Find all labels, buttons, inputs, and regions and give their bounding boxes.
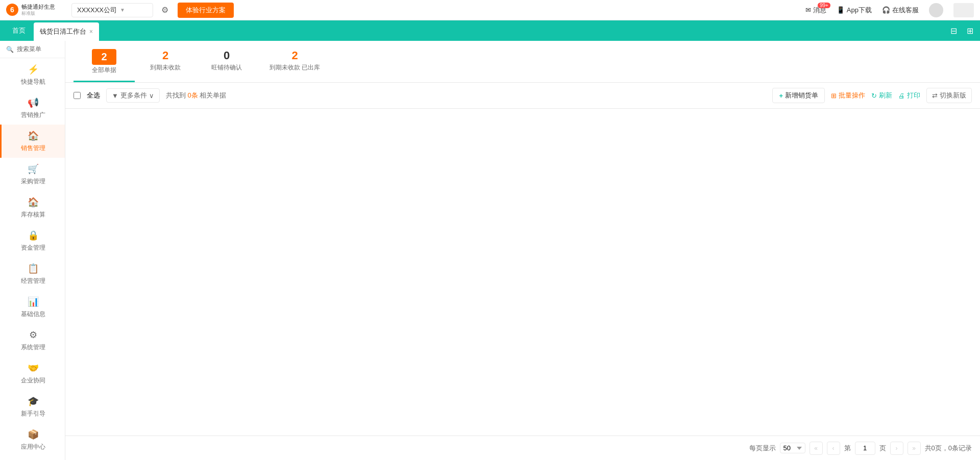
sidebar-label-finance: 资金管理: [21, 244, 45, 252]
sidebar-item-finance[interactable]: 🔒资金管理: [0, 224, 65, 257]
summary-tab-pending[interactable]: 0旺铺待确认: [196, 45, 257, 82]
pagination: 每页显示 50 10 20 100 « ‹ 第 页 › » 共0页，0条记录: [65, 435, 980, 460]
switch-icon: ⇄: [932, 92, 938, 100]
company-selector[interactable]: XXXXXX公司 ▼: [71, 3, 153, 17]
page-prefix: 第: [844, 444, 851, 453]
select-all-checkbox[interactable]: [74, 92, 81, 99]
refresh-icon: ↻: [871, 92, 877, 100]
sidebar-item-inventory[interactable]: 🏠库存核算: [0, 191, 65, 224]
filter-button[interactable]: ▼ 更多条件 ∨: [106, 88, 160, 103]
dropdown-arrow-icon: ▼: [120, 7, 125, 13]
toolbar: 全选 ▼ 更多条件 ∨ 共找到 0条 相关单据 + 新增销货单 ⊞: [65, 83, 980, 109]
sidebar-item-quick-nav[interactable]: ⚡快捷导航: [0, 58, 65, 91]
messages-button[interactable]: ✉ 消息 99+: [805, 6, 826, 15]
sidebar-item-system[interactable]: ⚙系统管理: [0, 324, 65, 357]
sidebar-label-quick-nav: 快捷导航: [21, 78, 45, 86]
sidebar-icon-purchase: 🛒: [27, 163, 39, 175]
batch-operation-button[interactable]: ⊞ 批量操作: [831, 91, 865, 100]
tab-work-bench[interactable]: 钱货日清工作台 ×: [34, 22, 99, 41]
main-layout: 🔍 搜索菜单 ⚡快捷导航📢营销推广🏠销售管理🛒采购管理🏠库存核算🔒资金管理📋经营…: [0, 41, 980, 460]
sidebar-icon-basic-info: 📊: [27, 296, 39, 308]
summary-tab-all[interactable]: 2全部单据: [74, 45, 135, 82]
sidebar-icon-inventory: 🏠: [27, 196, 39, 208]
sidebar: 🔍 搜索菜单 ⚡快捷导航📢营销推广🏠销售管理🛒采购管理🏠库存核算🔒资金管理📋经营…: [0, 41, 65, 460]
total-records: 共0页，0条记录: [925, 444, 972, 453]
summary-tab-overdue-shipped[interactable]: 2到期未收款 已出库: [257, 45, 332, 82]
filter-chevron-icon: ∨: [149, 92, 154, 100]
phone-icon: 📱: [837, 6, 845, 14]
tab-minimize-icon[interactable]: ⊟: [947, 25, 960, 37]
table-area: [65, 109, 980, 435]
page-suffix: 页: [879, 444, 886, 453]
app-download-button[interactable]: 📱 App下载: [837, 6, 872, 15]
sidebar-icon-system: ⚙: [27, 329, 39, 341]
user-name-area[interactable]: [953, 3, 974, 17]
print-icon: 🖨: [898, 92, 905, 100]
industry-button[interactable]: 体验行业方案: [178, 3, 234, 18]
tab-close-icon[interactable]: ×: [89, 28, 93, 35]
tab-bar-right: ⊟ ⊞: [947, 25, 976, 37]
sidebar-item-sales[interactable]: 🏠销售管理: [0, 125, 65, 158]
sidebar-label-guide: 新手引导: [21, 409, 45, 418]
sidebar-icon-finance: 🔒: [27, 229, 39, 241]
sidebar-item-basic-info[interactable]: 📊基础信息: [0, 290, 65, 324]
sidebar-icon-marketing: 📢: [27, 96, 39, 109]
sidebar-icon-operations: 📋: [27, 262, 39, 275]
summary-tabs: 2全部单据2到期未收款0旺铺待确认2到期未收款 已出库: [65, 41, 980, 83]
print-button[interactable]: 🖨 打印: [898, 91, 920, 100]
top-bar: 6 畅捷通好生意 标准版 XXXXXX公司 ▼ ⚙ 体验行业方案 ✉ 消息 99…: [0, 0, 980, 20]
sidebar-item-wechat[interactable]: 💬企业微信: [0, 456, 65, 460]
add-sale-order-button[interactable]: + 新增销货单: [772, 88, 825, 103]
plus-icon: +: [779, 92, 783, 100]
refresh-button[interactable]: ↻ 刷新: [871, 91, 892, 100]
sidebar-item-cooperation[interactable]: 🤝企业协同: [0, 357, 65, 390]
sidebar-label-sales: 销售管理: [21, 144, 45, 153]
sidebar-item-app-center[interactable]: 📦应用中心: [0, 423, 65, 456]
per-page-label: 每页显示: [749, 444, 776, 453]
avatar[interactable]: [929, 3, 943, 17]
found-text: 共找到 0条 相关单据: [166, 91, 226, 100]
top-right-area: ✉ 消息 99+ 📱 App下载 🎧 在线客服: [805, 3, 974, 17]
logo-area: 6 畅捷通好生意 标准版: [6, 3, 71, 17]
message-icon: ✉: [805, 6, 811, 14]
search-menu-button[interactable]: 🔍 搜索菜单: [0, 41, 65, 58]
messages-badge: 99+: [818, 3, 830, 8]
summary-tab-overdue[interactable]: 2到期未收款: [135, 45, 196, 82]
search-icon: 🔍: [6, 46, 14, 53]
select-all-label: 全选: [87, 91, 100, 100]
sidebar-label-system: 系统管理: [21, 343, 45, 352]
sidebar-label-basic-info: 基础信息: [21, 310, 45, 319]
sidebar-label-purchase: 采购管理: [21, 177, 45, 186]
sidebar-label-app-center: 应用中心: [21, 443, 45, 451]
sidebar-icon-app-center: 📦: [27, 428, 39, 441]
content-area: 2全部单据2到期未收款0旺铺待确认2到期未收款 已出库 全选 ▼ 更多条件 ∨ …: [65, 41, 980, 460]
logo-badge: 标准版: [21, 10, 55, 17]
sidebar-icon-sales: 🏠: [27, 130, 39, 142]
sidebar-icon-cooperation: 🤝: [27, 362, 39, 374]
sidebar-label-operations: 经营管理: [21, 277, 45, 285]
sidebar-label-cooperation: 企业协同: [21, 376, 45, 385]
company-name: XXXXXX公司: [77, 6, 117, 15]
headset-icon: 🎧: [882, 6, 890, 14]
sidebar-icon-quick-nav: ⚡: [27, 63, 39, 76]
logo-text: 畅捷通好生意: [21, 3, 55, 10]
sidebar-item-marketing[interactable]: 📢营销推广: [0, 91, 65, 125]
per-page-select[interactable]: 50 10 20 100: [780, 443, 805, 453]
online-service-button[interactable]: 🎧 在线客服: [882, 6, 919, 15]
last-page-button[interactable]: »: [908, 442, 921, 455]
tab-home[interactable]: 首页: [4, 20, 34, 41]
batch-icon: ⊞: [831, 92, 837, 100]
tab-expand-icon[interactable]: ⊞: [964, 25, 976, 37]
next-page-button[interactable]: ›: [890, 442, 903, 455]
found-count: 0条: [188, 91, 198, 99]
sidebar-icon-guide: 🎓: [27, 395, 39, 407]
page-number-input[interactable]: [855, 442, 875, 455]
sidebar-item-purchase[interactable]: 🛒采购管理: [0, 158, 65, 191]
prev-page-button[interactable]: ‹: [827, 442, 840, 455]
first-page-button[interactable]: «: [810, 442, 823, 455]
sidebar-item-operations[interactable]: 📋经营管理: [0, 257, 65, 290]
sidebar-label-marketing: 营销推广: [21, 111, 45, 119]
settings-icon[interactable]: ⚙: [157, 3, 173, 18]
switch-new-version-button[interactable]: ⇄ 切换新版: [926, 88, 972, 103]
sidebar-item-guide[interactable]: 🎓新手引导: [0, 390, 65, 423]
